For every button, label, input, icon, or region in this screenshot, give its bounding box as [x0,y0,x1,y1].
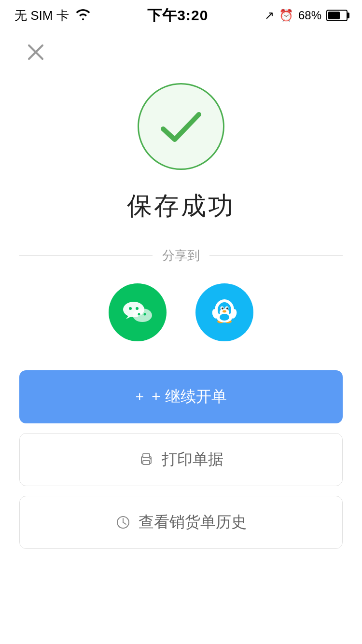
wifi-icon [75,8,91,24]
svg-point-5 [136,307,139,310]
close-btn-row [19,31,343,78]
action-buttons: + + 继续开单 打印单据 [19,370,343,549]
main-content: 保存成功 分享到 [0,31,362,549]
svg-point-14 [226,308,228,309]
svg-rect-23 [143,454,150,458]
printer-icon [139,452,154,467]
history-button[interactable]: 查看销货单历史 [19,496,343,549]
carrier-text: 无 SIM 卡 [14,7,69,24]
status-left: 无 SIM 卡 [14,7,91,24]
print-label: 打印单据 [162,449,223,470]
share-divider: 分享到 [19,247,343,264]
svg-point-6 [138,313,140,316]
continue-button[interactable]: + + 继续开单 [19,370,343,423]
svg-point-15 [223,310,226,313]
location-icon: ↗ [265,9,274,22]
continue-label: + 继续开单 [152,386,227,407]
success-title: 保存成功 [127,189,235,223]
svg-point-3 [133,308,152,322]
status-time: 下午3:20 [147,6,208,26]
success-icon-circle [138,83,224,170]
svg-point-19 [220,314,229,321]
print-button[interactable]: 打印单据 [19,433,343,486]
qq-share-button[interactable] [195,283,253,341]
battery-percent: 68% [298,9,321,22]
clock-icon [115,515,131,530]
wechat-share-button[interactable] [109,283,167,341]
share-label: 分享到 [162,247,200,264]
history-label: 查看销货单历史 [139,512,247,533]
plus-icon: + [135,389,144,405]
svg-rect-24 [143,461,150,464]
status-bar: 无 SIM 卡 下午3:20 ↗ ⏰ 68% [0,0,362,31]
svg-point-25 [150,458,151,460]
alarm-icon: ⏰ [279,9,293,22]
close-button[interactable] [24,41,47,64]
svg-line-28 [123,522,126,524]
svg-point-4 [129,307,132,310]
divider-line-right [209,255,343,256]
status-right: ↗ ⏰ 68% [265,9,348,22]
svg-point-13 [222,308,223,309]
svg-point-7 [144,313,146,316]
share-icons-row [109,283,253,341]
divider-line-left [19,255,153,256]
battery-icon [326,10,348,21]
